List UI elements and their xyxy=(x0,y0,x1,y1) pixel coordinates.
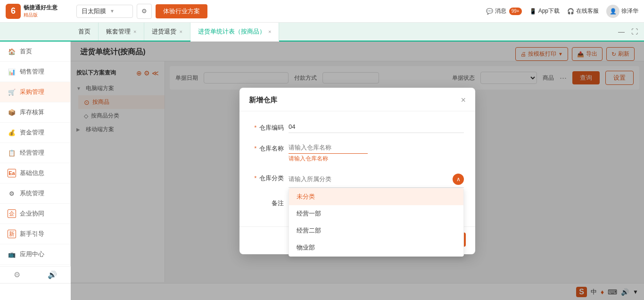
sidebar-item-app-center[interactable]: 📺 应用中心 xyxy=(0,244,70,265)
operations-icon: 📋 xyxy=(8,149,16,157)
message-icon: 💬 xyxy=(486,8,493,15)
logo-text: 畅捷通好生意 精品版 xyxy=(24,4,58,18)
tab-purchase-stats-close-icon[interactable]: × xyxy=(268,29,271,34)
main-layout: 🏠 首页 📊 销售管理 🛒 采购管理 📦 库存核算 💰 资金管理 📋 经营管理 … xyxy=(0,42,644,300)
content-area: 进货单统计(按商品) 🖨 按模板打印 ▼ 📤 导出 ↻ 刷新 xyxy=(71,42,644,300)
sidebar-item-finance-label: 资金管理 xyxy=(20,128,44,137)
tab-account-manage-close-icon[interactable]: × xyxy=(133,29,136,34)
tab-purchase-stats-label: 进货单统计表（按商品） xyxy=(198,27,265,36)
warehouse-code-label: * 仓库编码 xyxy=(251,121,289,132)
sidebar-item-home-label: 首页 xyxy=(20,47,32,56)
store-select[interactable]: 日太阳膜 ▼ xyxy=(76,5,133,18)
home-icon: 🏠 xyxy=(8,47,16,56)
app-center-icon: 📺 xyxy=(8,250,16,258)
sidebar-audio-icon[interactable]: 🔊 xyxy=(48,270,57,279)
sidebar-item-app-center-label: 应用中心 xyxy=(20,250,44,258)
service-button[interactable]: 🎧 在线客服 xyxy=(567,7,599,15)
warehouse-code-input[interactable] xyxy=(289,121,464,133)
warehouse-category-wrap: ∧ 未分类 经营一部 xyxy=(289,171,464,188)
warehouse-name-wrap xyxy=(289,142,368,154)
system-icon: ⚙ xyxy=(8,189,16,198)
category-input[interactable] xyxy=(289,175,453,183)
tab-purchase-stats[interactable]: 进货单统计表（按商品） × xyxy=(190,23,279,42)
sidebar-item-purchase-label: 采购管理 xyxy=(20,88,44,96)
tab-account-manage-label: 账套管理 xyxy=(106,27,131,36)
top-center: 日太阳膜 ▼ ⚙ 体验行业方案 xyxy=(76,4,486,19)
category-select-wrap[interactable]: ∧ xyxy=(289,171,464,188)
tab-purchase-return[interactable]: 进货退货 × xyxy=(144,23,190,41)
sidebar-item-sales[interactable]: 📊 销售管理 xyxy=(0,62,70,82)
tab-purchase-return-label: 进货退货 xyxy=(152,27,176,36)
tab-maximize-button[interactable]: ⛶ xyxy=(629,26,640,37)
dropdown-item-dept3[interactable]: 物业部 xyxy=(289,239,463,256)
top-right: 💬 消息 99+ 📱 App下载 🎧 在线客服 👤 徐泽华 xyxy=(486,5,638,18)
tab-home[interactable]: 首页 xyxy=(71,23,99,41)
settings-gear-button[interactable]: ⚙ xyxy=(137,4,152,19)
trial-button[interactable]: 体验行业方案 xyxy=(156,4,207,18)
modal-header: 新增仓库 × xyxy=(239,88,475,111)
enterprise-icon: 企 xyxy=(8,209,16,218)
message-label: 消息 xyxy=(495,7,506,15)
tab-purchase-return-close-icon[interactable]: × xyxy=(179,29,182,34)
tab-end-buttons: — ⛶ xyxy=(616,23,644,41)
add-warehouse-modal: 新增仓库 × * 仓库编码 xyxy=(239,88,475,254)
sidebar-bottom: ⚙ 🔊 xyxy=(0,266,71,283)
sidebar-item-operations-label: 经营管理 xyxy=(20,149,44,157)
logo-sub: 精品版 xyxy=(24,12,58,18)
sidebar-item-sales-label: 销售管理 xyxy=(20,67,44,76)
warehouse-name-label: * 仓库名称 xyxy=(251,142,289,153)
warehouse-code-row: * 仓库编码 xyxy=(251,121,464,133)
required-star: * xyxy=(254,124,256,131)
avatar: 👤 xyxy=(606,5,619,18)
sidebar-item-inventory[interactable]: 📦 库存核算 xyxy=(0,102,70,123)
tab-account-manage[interactable]: 账套管理 × xyxy=(99,23,144,41)
sidebar-item-operations[interactable]: 📋 经营管理 xyxy=(0,143,70,163)
user-name: 徐泽华 xyxy=(621,7,638,15)
top-bar: 6 畅捷通好生意 精品版 日太阳膜 ▼ ⚙ 体验行业方案 💬 消息 99+ 📱 … xyxy=(0,0,644,23)
sidebar-item-finance[interactable]: 💰 资金管理 xyxy=(0,123,70,143)
logo-area: 6 畅捷通好生意 精品版 xyxy=(6,4,76,19)
dropdown-item-dept1[interactable]: 经营一部 xyxy=(289,205,463,222)
sidebar-item-system-label: 系统管理 xyxy=(20,189,44,198)
logo-name: 畅捷通好生意 xyxy=(24,4,58,12)
guide-icon: 新 xyxy=(8,230,16,238)
dropdown-item-uncategorized[interactable]: 未分类 xyxy=(289,188,463,205)
warehouse-remark-label: 备注 xyxy=(251,196,289,208)
purchase-icon: 🛒 xyxy=(8,88,16,96)
warehouse-name-input[interactable] xyxy=(289,142,368,154)
sidebar-item-system[interactable]: ⚙ 系统管理 xyxy=(0,183,70,204)
basic-info-icon: Ea xyxy=(8,169,16,177)
modal-title: 新增仓库 xyxy=(249,96,277,105)
sidebar-item-basic-info-label: 基础信息 xyxy=(20,169,44,177)
warehouse-category-label: * 仓库分类 xyxy=(251,171,289,183)
sidebar-item-purchase[interactable]: 🛒 采购管理 xyxy=(0,82,70,102)
dropdown-arrow-icon: ▼ xyxy=(110,8,115,14)
category-dropdown-list: 未分类 经营一部 经营二部 物业部 xyxy=(289,188,464,257)
modal-close-button[interactable]: × xyxy=(461,95,466,105)
required-star-cat: * xyxy=(254,175,256,182)
sidebar-item-inventory-label: 库存核算 xyxy=(20,108,44,117)
tab-minimize-button[interactable]: — xyxy=(616,26,627,37)
app-download-label: App下载 xyxy=(538,7,560,15)
tab-home-label: 首页 xyxy=(78,27,91,36)
app-download-button[interactable]: 📱 App下载 xyxy=(529,7,560,15)
dropdown-item-dept2[interactable]: 经营二部 xyxy=(289,222,463,239)
warehouse-name-row: * 仓库名称 请输入仓库名称 xyxy=(251,142,464,163)
sidebar-item-guide-label: 新手引导 xyxy=(20,230,44,238)
sidebar-item-guide[interactable]: 新 新手引导 xyxy=(0,224,70,244)
sidebar-settings-icon[interactable]: ⚙ xyxy=(14,270,20,279)
headset-icon: 🎧 xyxy=(567,8,574,15)
sidebar-item-enterprise-label: 企业协同 xyxy=(20,209,44,218)
sidebar-item-basic-info[interactable]: Ea 基础信息 xyxy=(0,163,70,183)
sidebar-item-enterprise[interactable]: 企 企业协同 xyxy=(0,204,70,224)
inventory-icon: 📦 xyxy=(8,108,16,117)
finance-icon: 💰 xyxy=(8,128,16,137)
message-badge: 99+ xyxy=(509,8,522,15)
category-dropdown-button[interactable]: ∧ xyxy=(453,174,464,185)
modal-overlay[interactable]: 新增仓库 × * 仓库编码 xyxy=(71,42,644,300)
logo-icon: 6 xyxy=(6,4,21,19)
user-menu[interactable]: 👤 徐泽华 xyxy=(606,5,638,18)
sidebar-item-home[interactable]: 🏠 首页 xyxy=(0,42,70,62)
store-name: 日太阳膜 xyxy=(82,7,106,16)
message-button[interactable]: 💬 消息 99+ xyxy=(486,7,522,15)
